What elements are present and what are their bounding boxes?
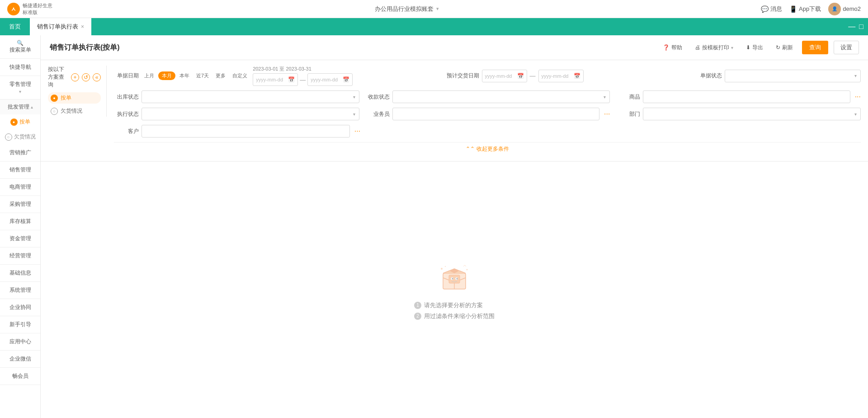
export-btn[interactable]: ⬇ 导出 <box>742 42 767 53</box>
execute-arrow: ▾ <box>353 112 355 117</box>
page-title: 销售订单执行表(按单) <box>50 43 120 52</box>
department-select[interactable]: ▾ <box>643 108 861 120</box>
scheme-item-active[interactable]: ● 按单 <box>48 92 101 104</box>
expected-date-from-ph: yyyy-mm-dd <box>485 73 512 79</box>
sidebar-item-search[interactable]: 🔍 搜索菜单 <box>0 35 40 59</box>
download-icon: 📱 <box>789 5 797 13</box>
minimize-icon[interactable]: — <box>848 23 855 31</box>
customer-dots[interactable]: ··· <box>354 127 360 135</box>
customer-label: 客户 <box>114 128 139 135</box>
sidebar-item-wholesale[interactable]: 批发管理 ▴ <box>0 100 40 114</box>
calendar-icon-to: 📅 <box>343 76 349 83</box>
date-from-input[interactable]: yyyy-mm-dd 📅 <box>253 73 298 86</box>
expected-date-from-input[interactable]: yyyy-mm-dd 📅 <box>482 70 527 82</box>
order-status-select[interactable]: ▾ <box>725 70 861 82</box>
empty-tips: 1 请先选择要分析的方案 2 用过滤条件来缩小分析范围 <box>414 301 495 320</box>
sidebar-item-member[interactable]: 畅会员 <box>0 368 40 385</box>
expected-date-to-input[interactable]: yyyy-mm-dd 📅 <box>538 70 584 82</box>
page-header: 销售订单执行表(按单) ❓ 帮助 🖨 按模板打印 ▾ ⬇ 导出 ↻ 刷新 <box>41 35 868 60</box>
sub-icon: ○ <box>5 133 12 141</box>
goods-label: 商品 <box>615 93 640 101</box>
customer-input[interactable] <box>142 125 350 138</box>
svg-point-10 <box>445 266 446 267</box>
empty-state: 1 请先选择要分析的方案 2 用过滤条件来缩小分析范围 <box>414 260 495 320</box>
app-download-btn[interactable]: 📱 App下载 <box>789 5 821 13</box>
collapse-bar[interactable]: ⌃⌃ 收起更多条件 <box>114 142 861 156</box>
filter-field-date: 单据日期 上月 本月 本年 近7天 更多 自定义 2023-03-01 至 20… <box>114 66 441 86</box>
search-btn[interactable]: 查询 <box>802 41 828 54</box>
sidebar-item-basic[interactable]: 基础信息 <box>0 265 40 282</box>
refresh-btn[interactable]: ↻ 刷新 <box>772 42 797 53</box>
date-to-input[interactable]: yyyy-mm-dd 📅 <box>307 73 353 86</box>
print-btn[interactable]: 🖨 按模板打印 ▾ <box>691 42 737 53</box>
content-body: 1 请先选择要分析的方案 2 用过滤条件来缩小分析范围 <box>41 162 868 418</box>
tab-sales-order[interactable]: 销售订单执行表 × <box>30 18 91 35</box>
settings-btn[interactable]: 设置 <box>834 41 859 54</box>
header-right: 💬 消息 📱 App下载 👤 demo2 <box>761 3 861 15</box>
page-actions: ❓ 帮助 🖨 按模板打印 ▾ ⬇ 导出 ↻ 刷新 查询 设置 <box>659 41 859 54</box>
collapse-label: 收起更多条件 <box>476 146 509 152</box>
sidebar-item-ecommerce[interactable]: 电商管理 <box>0 179 40 196</box>
sidebar-item-sales[interactable]: 销售管理 <box>0 162 40 179</box>
maximize-icon[interactable]: □ <box>859 23 863 31</box>
scheme-add-btn[interactable]: + <box>71 73 79 81</box>
this-year-btn[interactable]: 本年 <box>177 71 192 80</box>
help-btn[interactable]: ❓ 帮助 <box>659 42 686 53</box>
outbound-label: 出库状态 <box>114 93 139 101</box>
tab-close-icon[interactable]: × <box>81 24 84 30</box>
this-month-btn[interactable]: 本月 <box>158 71 175 80</box>
filter-field-goods: 商品 ··· <box>615 90 861 103</box>
tip-text-2: 用过滤条件来缩小分析范围 <box>424 312 495 320</box>
salesman-label: 业务员 <box>365 110 390 118</box>
tip-num-2: 2 <box>414 313 421 320</box>
sidebar-item-wechat[interactable]: 企业微信 <box>0 351 40 368</box>
sidebar-item-marketing[interactable]: 营销推广 <box>0 144 40 162</box>
sidebar-sub-item-按单[interactable]: ● 按单 <box>0 114 40 129</box>
logo-text: 畅捷通好生意 标准版 <box>23 2 52 15</box>
workspace-selector[interactable]: 办公用品行业模拟账套 ▾ <box>375 5 439 13</box>
svg-point-6 <box>452 278 453 279</box>
sidebar-item-apps[interactable]: 应用中心 <box>0 333 40 351</box>
outbound-select[interactable]: ▾ <box>142 90 359 103</box>
sidebar-item-enterprise[interactable]: 企业协同 <box>0 299 40 316</box>
main-layout: 🔍 搜索菜单 快捷导航 零售管理 ▾ 批发管理 ▴ ● 按单 ○ 欠货情况 营销… <box>0 35 868 418</box>
sidebar-item-inventory[interactable]: 库存核算 <box>0 213 40 230</box>
sidebar-item-operation[interactable]: 经营管理 <box>0 247 40 265</box>
last-month-btn[interactable]: 上月 <box>142 71 157 80</box>
scheme-refresh-btn[interactable]: ↺ <box>82 73 90 81</box>
custom-btn[interactable]: 自定义 <box>230 71 250 80</box>
user-menu[interactable]: 👤 demo2 <box>828 3 861 15</box>
department-label: 部门 <box>615 110 640 118</box>
receipt-select[interactable]: ▾ <box>392 90 610 103</box>
message-btn[interactable]: 💬 消息 <box>761 5 782 13</box>
goods-dots[interactable]: ··· <box>855 93 861 101</box>
date-input-wrap: yyyy-mm-dd 📅 — yyyy-mm-dd 📅 <box>253 73 353 86</box>
sidebar-section-wholesale: 批发管理 ▴ <box>0 100 40 114</box>
receipt-label: 收款状态 <box>365 93 390 101</box>
sidebar-sub-item-欠货[interactable]: ○ 欠货情况 <box>0 129 40 144</box>
sidebar-item-system[interactable]: 系统管理 <box>0 282 40 299</box>
sidebar-item-retail[interactable]: 零售管理 ▾ <box>0 76 40 100</box>
print-arrow: ▾ <box>731 45 733 50</box>
scheme-actions: + ↺ « <box>71 73 101 81</box>
scheme-collapse-btn[interactable]: « <box>93 73 101 81</box>
order-status-label: 单据状态 <box>697 72 722 80</box>
execute-select[interactable]: ▾ <box>142 108 359 120</box>
last7-btn[interactable]: 近7天 <box>193 71 212 80</box>
filter-top: 按以下方案查询 + ↺ « ● 按单 ○ 欠货情况 <box>48 66 861 156</box>
sidebar-item-finance[interactable]: 资金管理 <box>0 230 40 247</box>
more-btn[interactable]: 更多 <box>213 71 228 80</box>
sidebar-item-purchase[interactable]: 采购管理 <box>0 196 40 213</box>
salesman-input[interactable] <box>392 108 599 120</box>
filter-field-department: 部门 ▾ <box>615 108 861 120</box>
salesman-dots[interactable]: ··· <box>604 110 610 118</box>
print-icon: 🖨 <box>695 44 700 51</box>
date-range-text: 2023-03-01 至 2023-03-31 <box>253 66 353 72</box>
tab-home[interactable]: 首页 <box>0 18 30 35</box>
scheme-item-sub[interactable]: ○ 欠货情况 <box>48 105 101 117</box>
filter-fields: 单据日期 上月 本月 本年 近7天 更多 自定义 2023-03-01 至 20… <box>114 66 861 156</box>
goods-input[interactable] <box>643 90 850 103</box>
export-icon: ⬇ <box>746 44 750 51</box>
sidebar-item-quick-nav[interactable]: 快捷导航 <box>0 59 40 76</box>
sidebar-item-newbie[interactable]: 新手引导 <box>0 316 40 333</box>
